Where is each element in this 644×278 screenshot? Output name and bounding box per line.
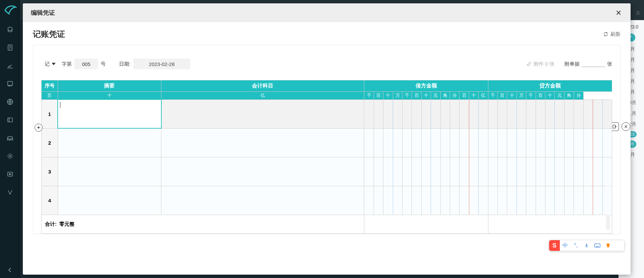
amount-digit[interactable] (564, 157, 574, 186)
amount-digit[interactable] (460, 99, 469, 128)
amount-digit[interactable] (421, 99, 431, 128)
ime-lang[interactable]: 中 (560, 240, 571, 251)
amount-digit[interactable] (393, 186, 402, 215)
amount-digit[interactable] (593, 99, 602, 128)
amount-digit[interactable] (526, 128, 536, 157)
subject-cell[interactable] (161, 186, 364, 215)
amount-digit[interactable] (526, 186, 536, 215)
amount-digit[interactable] (412, 186, 421, 215)
amount-digit[interactable] (517, 157, 526, 186)
amount-digit[interactable] (469, 128, 478, 157)
amount-digit[interactable] (593, 186, 602, 215)
amount-digit[interactable] (374, 186, 383, 215)
amount-digit[interactable] (555, 128, 564, 157)
amount-digit[interactable] (545, 128, 555, 157)
bill-count-input[interactable] (582, 61, 605, 67)
amount-digit[interactable] (545, 186, 555, 215)
amount-digit[interactable] (431, 186, 440, 215)
amount-digit[interactable] (498, 99, 507, 128)
amount-digit[interactable] (564, 99, 574, 128)
amount-digit[interactable] (507, 99, 517, 128)
amount-digit[interactable] (545, 157, 555, 186)
amount-digit[interactable] (450, 157, 460, 186)
amount-digit[interactable] (402, 157, 412, 186)
ime-keyboard-icon[interactable] (592, 240, 603, 251)
amount-digit[interactable] (583, 128, 593, 157)
amount-digit[interactable] (507, 157, 517, 186)
amount-digit[interactable] (421, 186, 431, 215)
amount-digit[interactable] (488, 157, 497, 186)
amount-digit[interactable] (488, 99, 497, 128)
nav-v-icon[interactable] (5, 188, 15, 197)
amount-digit[interactable] (536, 99, 545, 128)
amount-digit[interactable] (450, 99, 460, 128)
amount-digit[interactable] (421, 157, 431, 186)
amount-digit[interactable] (583, 99, 593, 128)
nav-inbox-icon[interactable] (5, 133, 15, 143)
amount-digit[interactable] (574, 186, 583, 215)
amount-digit[interactable] (469, 99, 478, 128)
amount-digit[interactable] (536, 186, 545, 215)
amount-digit[interactable] (536, 157, 545, 186)
nav-settings-icon[interactable] (5, 151, 15, 161)
amount-digit[interactable] (402, 99, 412, 128)
delete-row-icon[interactable] (622, 122, 630, 131)
amount-digit[interactable] (431, 128, 440, 157)
close-icon[interactable]: ✕ (614, 9, 623, 17)
nav-money-icon[interactable] (5, 25, 15, 34)
amount-digit[interactable] (574, 99, 583, 128)
subject-cell[interactable] (161, 99, 364, 128)
amount-digit[interactable] (393, 157, 402, 186)
amount-digit[interactable] (431, 99, 440, 128)
attachment-link[interactable]: 附件 0 张 (526, 61, 554, 67)
ime-apps-icon[interactable] (613, 240, 624, 251)
amount-digit[interactable] (583, 186, 593, 215)
amount-digit[interactable] (507, 186, 517, 215)
nav-receipt-icon[interactable] (5, 79, 15, 88)
amount-digit[interactable] (383, 186, 393, 215)
amount-digit[interactable] (602, 157, 612, 186)
amount-digit[interactable] (402, 186, 412, 215)
summary-cell[interactable] (58, 157, 161, 186)
amount-digit[interactable] (364, 128, 374, 157)
nav-video-icon[interactable] (5, 169, 15, 179)
amount-digit[interactable] (393, 128, 402, 157)
amount-digit[interactable] (374, 99, 383, 128)
add-row-icon[interactable]: + (35, 124, 43, 132)
amount-digit[interactable] (374, 157, 383, 186)
amount-digit[interactable] (469, 157, 478, 186)
ime-mic-icon[interactable] (581, 240, 592, 251)
refresh-button[interactable]: 刷新 (603, 31, 621, 38)
amount-digit[interactable] (526, 99, 536, 128)
amount-digit[interactable] (593, 128, 602, 157)
amount-digit[interactable] (383, 99, 393, 128)
amount-digit[interactable] (536, 128, 545, 157)
amount-digit[interactable] (545, 99, 555, 128)
nav-doc-icon[interactable] (5, 43, 15, 52)
amount-digit[interactable] (440, 99, 450, 128)
amount-digit[interactable] (602, 99, 612, 128)
amount-digit[interactable] (488, 186, 497, 215)
amount-digit[interactable] (460, 157, 469, 186)
amount-digit[interactable] (479, 186, 488, 215)
ime-skin-icon[interactable] (603, 240, 613, 251)
ime-toolbar[interactable]: S 中 °, (549, 240, 625, 251)
amount-digit[interactable] (507, 128, 517, 157)
ime-punct-icon[interactable]: °, (571, 240, 581, 251)
date-input[interactable]: 2023-02-28 (133, 59, 190, 69)
nav-card-icon[interactable] (5, 115, 15, 125)
amount-digit[interactable] (450, 128, 460, 157)
amount-digit[interactable] (460, 186, 469, 215)
amount-digit[interactable] (583, 157, 593, 186)
amount-digit[interactable] (364, 157, 374, 186)
voucher-type-dropdown[interactable]: 记 (41, 60, 59, 69)
amount-digit[interactable] (412, 99, 421, 128)
nav-globe-icon[interactable] (5, 97, 15, 107)
nav-chart-icon[interactable] (5, 61, 15, 70)
subject-cell[interactable] (161, 128, 364, 157)
amount-digit[interactable] (517, 128, 526, 157)
amount-digit[interactable] (555, 157, 564, 186)
amount-digit[interactable] (555, 186, 564, 215)
amount-digit[interactable] (564, 128, 574, 157)
amount-digit[interactable] (498, 186, 507, 215)
